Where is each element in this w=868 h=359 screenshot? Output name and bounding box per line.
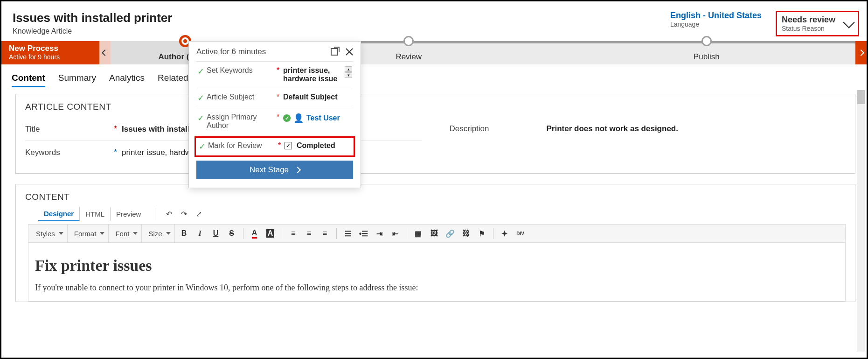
article-content-panel: ARTICLE CONTENT Title * Issues with inst…	[15, 94, 855, 174]
flyout-review-value: ✓ Completed	[285, 141, 351, 150]
size-label: Size	[148, 230, 162, 238]
flyout-keywords-value: printer issue, hardware issue	[283, 66, 345, 83]
table-button[interactable]: ▦	[412, 227, 425, 240]
tab-content[interactable]: Content	[12, 73, 45, 87]
stage-publish-label: Publish	[694, 52, 720, 62]
flyout-author-value: ✓ 👤 Test User	[283, 113, 352, 123]
font-label: Font	[115, 230, 129, 238]
editor-tab-preview[interactable]: Preview	[111, 207, 146, 221]
content-section-title: CONTENT	[25, 192, 846, 202]
indent-button[interactable]: ⇥	[373, 227, 386, 240]
language-label: Language	[670, 21, 762, 28]
undo-icon[interactable]: ↶	[164, 209, 174, 219]
redo-icon[interactable]: ↷	[179, 209, 189, 219]
numbered-list-button[interactable]: ☰	[341, 227, 354, 240]
chevron-right-icon	[294, 167, 301, 173]
flag-button[interactable]: ⚑	[475, 227, 488, 240]
font-color-button[interactable]: A	[248, 227, 261, 240]
checkbox-icon[interactable]: ✓	[285, 142, 292, 149]
bold-button[interactable]: B	[178, 227, 191, 240]
required-marker: *	[277, 93, 283, 101]
editor-tab-html[interactable]: HTML	[80, 207, 111, 221]
language-field[interactable]: English - United States Language	[670, 11, 762, 28]
tab-related[interactable]: Related	[158, 73, 188, 87]
page-scrollbar[interactable]	[857, 90, 865, 352]
process-name: New Process	[9, 44, 92, 53]
stage-review-marker	[403, 36, 414, 46]
caret-down-icon	[133, 232, 138, 235]
stage-flyout: Active for 6 minutes ✓ Set Keywords * pr…	[188, 41, 361, 188]
flyout-subject-value: Default Subject	[283, 93, 352, 101]
editor-paragraph: If you're unable to connect to your prin…	[35, 283, 839, 293]
stage-author-label: Author	[158, 52, 184, 61]
caret-down-icon	[166, 232, 171, 235]
tab-summary[interactable]: Summary	[58, 73, 96, 87]
italic-button[interactable]: I	[194, 227, 207, 240]
tab-analytics[interactable]: Analytics	[109, 73, 145, 87]
size-dropdown[interactable]: Size	[145, 225, 174, 242]
link-button[interactable]: 🔗	[444, 227, 457, 240]
spinner-up-icon[interactable]: ▴	[345, 66, 352, 72]
strikethrough-button[interactable]: S	[225, 227, 238, 240]
separator	[155, 208, 155, 220]
separator	[336, 228, 337, 239]
highlight-button[interactable]: A	[264, 227, 277, 240]
check-icon: ✓	[197, 93, 207, 103]
image-button[interactable]: 🖼	[428, 227, 441, 240]
check-icon: ✓	[199, 141, 208, 152]
next-stage-button[interactable]: Next Stage	[196, 161, 353, 179]
align-right-button[interactable]: ≡	[319, 227, 332, 240]
flyout-row-mark-review[interactable]: ✓ Mark for Review * ✓ Completed	[194, 136, 355, 157]
flyout-author-label: Assign Primary Author	[207, 113, 277, 130]
flyout-review-text: Completed	[297, 141, 335, 150]
keywords-label: Keywords	[25, 148, 109, 157]
form-tabs: Content Summary Analytics Related	[1, 64, 867, 87]
process-next-button[interactable]	[855, 41, 867, 64]
flyout-row-subject[interactable]: ✓ Article Subject * Default Subject	[196, 88, 353, 108]
unlink-button[interactable]: ⛓	[459, 227, 472, 240]
align-center-button[interactable]: ≡	[303, 227, 316, 240]
page-title: Issues with installed printer	[13, 11, 670, 25]
required-marker: *	[277, 113, 283, 121]
chevron-right-icon	[858, 49, 864, 56]
chevron-down-icon[interactable]	[843, 16, 854, 28]
editor-heading: Fix printer issues	[35, 257, 839, 275]
scrollbar-thumb[interactable]	[857, 90, 865, 104]
flyout-keywords-label: Set Keywords	[207, 66, 277, 75]
editor-body[interactable]: Fix printer issues If you're unable to c…	[28, 243, 846, 302]
close-icon[interactable]	[346, 48, 353, 56]
format-dropdown[interactable]: Format	[70, 225, 109, 242]
check-icon: ✓	[197, 113, 207, 123]
expand-icon[interactable]: ⤢	[194, 209, 204, 219]
stage-publish[interactable]: Publish	[558, 41, 856, 64]
flyout-row-keywords[interactable]: ✓ Set Keywords * printer issue, hardware…	[196, 61, 353, 88]
required-marker: *	[278, 141, 285, 150]
popout-icon[interactable]	[331, 48, 338, 56]
process-prev-button[interactable]	[99, 41, 111, 64]
flyout-row-author[interactable]: ✓ Assign Primary Author * ✓ 👤 Test User	[196, 108, 353, 134]
required-marker: *	[114, 124, 117, 134]
div-button[interactable]: DIV	[514, 227, 527, 240]
underline-button[interactable]: U	[209, 227, 222, 240]
process-name-block[interactable]: New Process Active for 9 hours	[1, 41, 99, 64]
spinner-control[interactable]: ▴▾	[345, 66, 352, 78]
bulleted-list-button[interactable]: •☰	[357, 227, 370, 240]
styles-dropdown[interactable]: Styles	[32, 225, 68, 242]
description-value[interactable]: Printer does not work as designed.	[547, 124, 846, 134]
status-reason-field[interactable]: Needs review Status Reason	[776, 11, 859, 36]
font-dropdown[interactable]: Font	[111, 225, 142, 242]
spinner-down-icon[interactable]: ▾	[345, 72, 352, 78]
required-marker: *	[277, 66, 283, 75]
outdent-button[interactable]: ⇤	[389, 227, 402, 240]
align-left-button[interactable]: ≡	[287, 227, 300, 240]
flyout-title: Active for 6 minutes	[196, 47, 266, 56]
author-link[interactable]: Test User	[306, 114, 340, 122]
editor-toolbar: Styles Format Font Size B I U S A A ≡ ≡ …	[28, 224, 846, 243]
sparkle-button[interactable]: ✦	[498, 227, 511, 240]
separator	[243, 228, 243, 239]
flyout-review-label: Mark for Review	[208, 141, 278, 150]
stage-publish-marker	[701, 36, 712, 46]
stage-review-label: Review	[396, 52, 422, 62]
page-subtitle: Knowledge Article	[13, 27, 670, 35]
editor-tab-designer[interactable]: Designer	[38, 207, 80, 221]
